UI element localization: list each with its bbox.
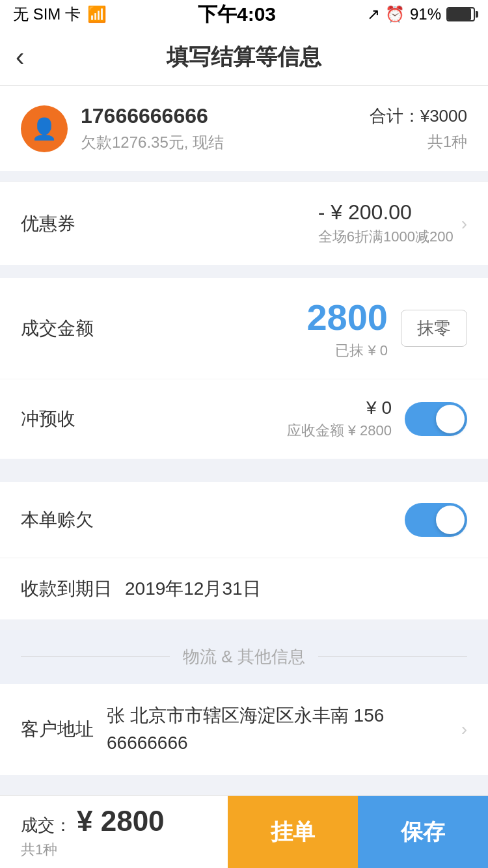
address-chevron-icon: ›: [461, 719, 467, 740]
avatar: 👤: [21, 105, 68, 152]
amount-sub: 已抹 ¥ 0: [306, 341, 388, 360]
chevron-right-icon: ›: [461, 213, 467, 234]
customer-total: 合计：¥3000 共1种: [370, 105, 467, 152]
battery-percent: 91%: [410, 5, 441, 23]
logistics-divider: 物流 & 其他信息: [0, 630, 488, 684]
nav-bar: ‹ 填写结算等信息: [0, 29, 488, 86]
coupon-value: - ¥ 200.00: [318, 200, 454, 224]
main-content: 👤 17666666666 欠款1276.35元, 现结 合计：¥3000 共1…: [0, 86, 488, 868]
address-value: 张 北京市市辖区海淀区永丰南 156 66666666: [107, 702, 448, 757]
divider-line-left: [21, 657, 170, 657]
customer-phone: 17666666666: [81, 104, 224, 128]
amount-value-col: 2800 已抹 ¥ 0: [306, 296, 388, 360]
coupon-value-block: - ¥ 200.00 全场6折满1000减200: [318, 200, 454, 247]
round-button[interactable]: 抹零: [401, 310, 467, 347]
advance-values: ¥ 0 应收金额 ¥ 2800: [287, 398, 392, 441]
debt-toggle[interactable]: [405, 503, 467, 537]
debt-label: 本单赊欠: [21, 508, 94, 532]
date-row: 收款到期日 2019年12月31日: [0, 558, 488, 619]
advance-row: 冲预收 ¥ 0 应收金额 ¥ 2800: [0, 379, 488, 459]
footer-amount-row: 成交： ¥ 2800: [21, 805, 207, 837]
avatar-icon: 👤: [31, 116, 57, 141]
pending-button[interactable]: 挂单: [228, 796, 358, 868]
address-label: 客户地址: [21, 717, 94, 742]
page-title: 填写结算等信息: [167, 42, 321, 72]
time-label: 下午4:03: [198, 1, 276, 28]
coupon-label: 优惠券: [21, 211, 75, 236]
debt-toggle-knob: [436, 506, 465, 534]
back-button[interactable]: ‹: [16, 42, 24, 72]
toggle-knob: [436, 405, 465, 433]
advance-amount: ¥ 0: [287, 398, 392, 418]
date-value: 2019年12月31日: [125, 576, 261, 601]
advance-right: ¥ 0 应收金额 ¥ 2800: [287, 398, 467, 441]
carrier-label: 无 SIM 卡: [13, 4, 81, 25]
debt-section: 本单赊欠 收款到期日 2019年12月31日: [0, 482, 488, 619]
logistics-section: 物流 & 其他信息 客户地址 张 北京市市辖区海淀区永丰南 156 666666…: [0, 630, 488, 775]
address-row[interactable]: 客户地址 张 北京市市辖区海淀区永丰南 156 66666666 ›: [0, 684, 488, 775]
amount-right-col: 2800 已抹 ¥ 0 抹零: [306, 296, 467, 360]
footer: 成交： ¥ 2800 共1种 挂单 保存: [0, 795, 488, 868]
total-label: 合计：¥3000: [370, 105, 467, 128]
location-icon: ↗: [367, 5, 380, 23]
advance-sub: 应收金额 ¥ 2800: [287, 421, 392, 441]
section-divider-1: [0, 265, 488, 278]
coupon-right: - ¥ 200.00 全场6折满1000减200 ›: [318, 200, 467, 247]
footer-label: 成交：: [21, 814, 72, 837]
advance-toggle[interactable]: [405, 402, 467, 436]
wifi-icon: 📶: [87, 5, 107, 23]
amount-label: 成交金额: [21, 316, 94, 341]
section-divider-2: [0, 459, 488, 472]
status-left: 无 SIM 卡 📶: [13, 4, 107, 25]
advance-label: 冲预收: [21, 407, 75, 431]
customer-left: 👤 17666666666 欠款1276.35元, 现结: [21, 104, 224, 153]
customer-card: 👤 17666666666 欠款1276.35元, 现结 合计：¥3000 共1…: [0, 86, 488, 171]
footer-info: 成交： ¥ 2800 共1种: [0, 796, 228, 868]
debt-row: 本单赊欠: [0, 482, 488, 558]
amount-row: 成交金额 2800 已抹 ¥ 0 抹零: [0, 278, 488, 379]
footer-count: 共1种: [21, 840, 207, 860]
amount-value: 2800: [306, 296, 388, 338]
battery-icon: [446, 7, 475, 21]
status-right: ↗ ⏰ 91%: [367, 5, 475, 23]
coupon-desc: 全场6折满1000减200: [318, 227, 454, 247]
divider-line-right: [318, 657, 467, 657]
customer-info: 17666666666 欠款1276.35元, 现结: [81, 104, 224, 153]
alarm-icon: ⏰: [385, 5, 405, 23]
logistics-text: 物流 & 其他信息: [183, 645, 305, 668]
coupon-row[interactable]: 优惠券 - ¥ 200.00 全场6折满1000减200 ›: [0, 182, 488, 265]
footer-amount: ¥ 2800: [77, 805, 165, 837]
amount-section: 成交金额 2800 已抹 ¥ 0 抹零 冲预收 ¥ 0 应收金额 ¥ 2800: [0, 278, 488, 459]
status-bar: 无 SIM 卡 📶 下午4:03 ↗ ⏰ 91%: [0, 0, 488, 29]
back-icon: ‹: [16, 42, 24, 72]
date-label: 收款到期日: [21, 576, 112, 601]
save-button[interactable]: 保存: [358, 796, 488, 868]
customer-debt: 欠款1276.35元, 现结: [81, 132, 224, 153]
total-count: 共1种: [370, 131, 467, 152]
